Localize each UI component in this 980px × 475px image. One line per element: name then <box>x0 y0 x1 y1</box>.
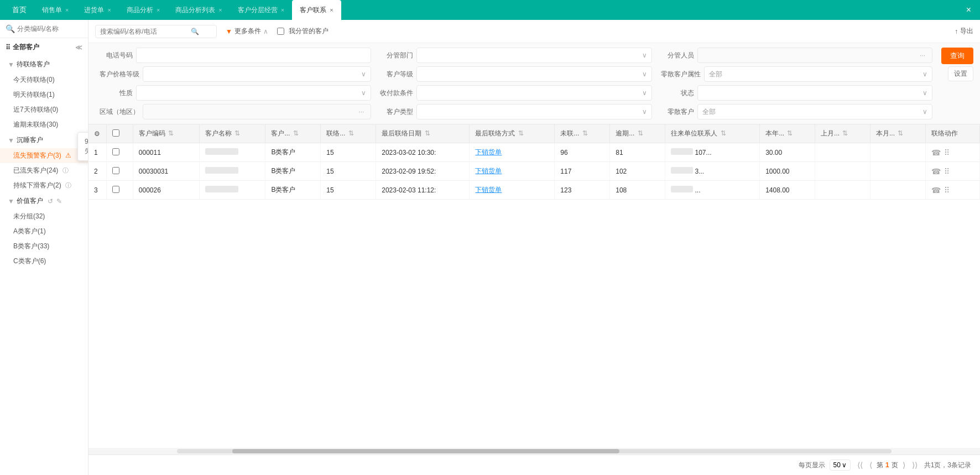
filter-cell-nature: 性质 ∨ <box>95 85 376 101</box>
close-window[interactable]: × <box>962 5 976 15</box>
nature-label: 性质 <box>100 88 133 98</box>
level-select[interactable]: ∨ <box>416 66 651 82</box>
search-input[interactable] <box>100 28 189 35</box>
th-gear[interactable]: ⚙ <box>88 124 106 143</box>
action-more-icon[interactable]: ⠿ <box>944 186 950 195</box>
th-code[interactable]: 客户编码 ⇅ <box>133 124 199 143</box>
arrow-icon3: ▼ <box>8 197 14 205</box>
refresh-icon[interactable]: ↺ <box>48 197 53 205</box>
last-method-link[interactable]: 下销货单 <box>475 148 502 156</box>
page-size-select[interactable]: 50 ∨ <box>830 460 851 471</box>
cell-contact-count: 15 <box>321 162 376 181</box>
type-select[interactable]: ∨ <box>416 104 651 119</box>
sidebar-item-declining[interactable]: 持续下滑客户(2) ⓘ <box>0 178 88 193</box>
filter-btn[interactable]: ▼ 更多条件 ∧ <box>221 24 273 38</box>
collapse-btn[interactable]: ≪ <box>75 44 82 51</box>
mymanage-checkbox[interactable] <box>277 28 284 35</box>
settings-button[interactable]: 设置 <box>948 66 973 81</box>
th-this-month[interactable]: 本月... ⇅ <box>870 124 925 143</box>
status-select[interactable]: ∨ <box>697 85 932 101</box>
hscroll-bar[interactable] <box>88 448 980 455</box>
region-dots[interactable]: ··· <box>356 108 366 116</box>
status-chevron: ∨ <box>922 89 927 97</box>
close-analysis-list-tab[interactable]: × <box>218 7 222 13</box>
nature-select[interactable]: ∨ <box>136 85 371 101</box>
action-more-icon[interactable]: ⠿ <box>944 148 950 157</box>
tab-analysis[interactable]: 商品分析 × <box>119 0 168 20</box>
cell-year-amount: 30.00 <box>760 143 815 162</box>
phone-input[interactable] <box>136 48 371 63</box>
tab-analysis-list[interactable]: 商品分析列表 × <box>168 0 230 20</box>
th-uncontact[interactable]: 未联... ⇅ <box>555 124 610 143</box>
sidebar-item-overdue[interactable]: 逾期未联络(30) <box>0 117 88 132</box>
cell-year-amount: 1408.00 <box>760 181 815 200</box>
all-customers-header[interactable]: ⠿ 全部客户 ≪ <box>0 38 88 56</box>
dept-label: 分管部门 <box>380 51 413 60</box>
page-nav: ⟨⟨ ⟨ 第 1 页 ⟩ ⟩⟩ <box>855 460 920 471</box>
tab-sales[interactable]: 销售单 × <box>34 0 76 20</box>
sparse-select[interactable]: 全部 ∨ <box>697 104 932 119</box>
payment-select[interactable]: ∨ <box>416 85 651 101</box>
query-button[interactable]: 查询 <box>941 48 973 64</box>
action-more-icon[interactable]: ⠿ <box>944 167 950 176</box>
arrow-icon2: ▼ <box>8 137 14 144</box>
cell-name <box>199 162 265 181</box>
close-contact-tab[interactable]: × <box>330 7 333 13</box>
action-phone-icon[interactable]: ☎ <box>931 186 941 195</box>
sidebar-search-input[interactable] <box>17 25 88 33</box>
tab-purchase[interactable]: 进货单 × <box>76 0 118 20</box>
search-icon-btn[interactable]: 🔍 <box>191 28 199 35</box>
group-pending-contact[interactable]: ▼ 待联络客户 <box>0 56 88 72</box>
sidebar-item-ungroup[interactable]: 未分组(32) <box>0 209 88 224</box>
page-last-btn[interactable]: ⟩⟩ <box>910 460 920 471</box>
export-btn[interactable]: ↑ 导出 <box>955 27 973 36</box>
table-row: 3 000026 B类客户 15 2023-02-03 11:12: 下销货单 … <box>88 181 980 200</box>
group-sleeping-label: 沉睡客户 <box>17 135 43 145</box>
sidebar-item-c-class[interactable]: C类客户(6) <box>0 254 88 269</box>
sidebar-item-tomorrow[interactable]: 明天待联络(1) <box>0 87 88 102</box>
last-method-link[interactable]: 下销货单 <box>475 186 502 194</box>
sidebar-item-today[interactable]: 今天待联络(0) <box>0 72 88 87</box>
close-purchase-tab[interactable]: × <box>107 7 111 13</box>
sidebar-item-churned[interactable]: 已流失客户(24) ⓘ <box>0 163 88 178</box>
group-sleeping[interactable]: ▼ 沉睡客户 <box>0 132 88 148</box>
page-next-btn[interactable]: ⟩ <box>900 460 908 471</box>
th-last-method[interactable]: 最后联络方式 ⇅ <box>470 124 555 143</box>
th-name[interactable]: 客户名称 ⇅ <box>199 124 265 143</box>
row-checkbox[interactable] <box>112 148 119 155</box>
edit-icon[interactable]: ✎ <box>56 197 62 205</box>
main-layout: 🔍 ⠿ 全部客户 ≪ ▼ 待联络客户 今天待联络(0) 明天待联络(1) 近7天… <box>0 20 980 475</box>
action-phone-icon[interactable]: ☎ <box>931 167 941 176</box>
tab-home[interactable]: 首页 <box>4 0 34 20</box>
last-method-link[interactable]: 下销货单 <box>475 167 502 175</box>
close-tier-tab[interactable]: × <box>281 7 284 13</box>
tab-customer-tier[interactable]: 客户分层经营 × <box>230 0 292 20</box>
sidebar-item-7days[interactable]: 近7天待联络(0) <box>0 102 88 117</box>
action-phone-icon[interactable]: ☎ <box>931 148 941 157</box>
close-analysis-tab[interactable]: × <box>157 7 160 13</box>
close-sales-tab[interactable]: × <box>65 7 69 13</box>
select-all-checkbox[interactable] <box>112 129 119 137</box>
tab-customer-contact[interactable]: 客户联系 × <box>292 0 341 20</box>
row-checkbox[interactable] <box>112 186 119 193</box>
filter-cell-zero-attr: 零散客户属性 全部 ∨ <box>656 66 937 82</box>
sidebar-item-b-class[interactable]: B类客户(33) <box>0 239 88 254</box>
th-year-amount[interactable]: 本年... ⇅ <box>760 124 815 143</box>
group-value[interactable]: ▼ 价值客户 ↺ ✎ <box>0 193 88 209</box>
sidebar-item-a-class[interactable]: A类客户(1) <box>0 224 88 239</box>
page-first-btn[interactable]: ⟨⟨ <box>855 460 865 471</box>
th-contact-count[interactable]: 联络... ⇅ <box>321 124 376 143</box>
zero-attr-select[interactable]: 全部 ∨ <box>704 66 932 82</box>
dept-select[interactable]: ∨ <box>416 48 651 63</box>
th-last-date[interactable]: 最后联络日期 ⇅ <box>376 124 470 143</box>
sidebar-item-churn-warning[interactable]: 流失预警客户(3) ⚠ <box>0 148 88 163</box>
person-dots[interactable]: ··· <box>918 51 927 59</box>
th-type[interactable]: 客户... ⇅ <box>265 124 321 143</box>
price-level-select[interactable]: ∨ <box>143 66 371 82</box>
row-checkbox[interactable] <box>112 167 119 174</box>
page-prev-btn[interactable]: ⟨ <box>867 460 874 471</box>
cell-code: 000011 <box>133 143 199 162</box>
th-unit-contact[interactable]: 往来单位联系人 ⇅ <box>665 124 760 143</box>
th-overdue[interactable]: 逾期... ⇅ <box>610 124 665 143</box>
th-last-month[interactable]: 上月... ⇅ <box>815 124 870 143</box>
